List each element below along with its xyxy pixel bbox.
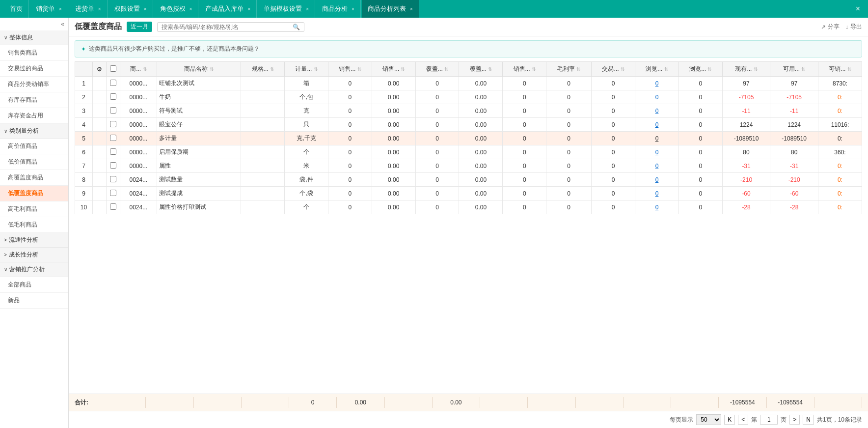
cell-name[interactable]: 旺铺批次测试	[157, 77, 241, 90]
tab-sales[interactable]: 销货单 ×	[30, 0, 68, 18]
cell-checkbox[interactable]	[107, 77, 120, 90]
sidebar-item-stock-goods[interactable]: 有库存商品	[0, 92, 68, 108]
sidebar-item-new-goods[interactable]: 新品	[0, 293, 68, 309]
col-sales3[interactable]: 销售... ⇅	[503, 62, 546, 77]
row-checkbox[interactable]	[110, 162, 116, 169]
row-checkbox[interactable]	[110, 148, 116, 155]
last-page-button[interactable]: N	[803, 415, 814, 425]
cell-name[interactable]: 多计量	[157, 132, 241, 145]
cell-name[interactable]: 属性价格打印测试	[157, 200, 241, 214]
sidebar-toggle-button[interactable]: «	[0, 18, 68, 30]
col-sales-qty[interactable]: 销售... ⇅	[328, 62, 372, 77]
sidebar-section-growth[interactable]: > 成长性分析	[0, 248, 68, 262]
cell-name[interactable]: 测试提成	[157, 187, 241, 200]
col-trade[interactable]: 交易... ⇅	[592, 62, 635, 77]
cell-browse1[interactable]: 0	[635, 118, 679, 132]
cell-browse1[interactable]: 0	[635, 77, 679, 90]
search-box[interactable]: 🔍	[157, 22, 304, 32]
tab-goods-analysis-list[interactable]: 商品分析列表 ×	[362, 0, 419, 18]
sidebar-item-all-goods[interactable]: 全部商品	[0, 277, 68, 293]
tab-goods-analysis-close[interactable]: ×	[352, 6, 354, 12]
row-checkbox[interactable]	[110, 107, 116, 114]
col-unit[interactable]: 计量... ⇅	[285, 62, 328, 77]
cell-browse1[interactable]: 0	[635, 132, 679, 145]
cell-name[interactable]: 测试数量	[157, 173, 241, 187]
col-saleable[interactable]: 可销... ⇅	[818, 62, 862, 77]
cell-checkbox[interactable]	[107, 132, 120, 145]
sidebar-section-overall[interactable]: ∨ 整体信息	[0, 30, 68, 45]
cell-browse1[interactable]: 0	[635, 173, 679, 187]
time-badge[interactable]: 近一月	[127, 22, 152, 32]
col-available[interactable]: 可用... ⇅	[770, 62, 818, 77]
sidebar-item-low-coverage[interactable]: 低覆盖度商品	[0, 186, 68, 201]
cell-checkbox[interactable]	[107, 145, 120, 159]
sidebar-item-high-value[interactable]: 高价值商品	[0, 139, 68, 154]
row-checkbox[interactable]	[110, 135, 116, 141]
cell-browse1[interactable]: 0	[635, 200, 679, 214]
col-cov2[interactable]: 覆盖... ⇅	[459, 62, 503, 77]
first-page-button[interactable]: K	[724, 415, 735, 425]
tab-product-storage[interactable]: 产成品入库单 ×	[199, 0, 257, 18]
tab-permissions-close[interactable]: ×	[144, 6, 147, 12]
sidebar-item-high-margin[interactable]: 高毛利商品	[0, 201, 68, 217]
cell-browse1[interactable]: 0	[635, 145, 679, 159]
search-icon[interactable]: 🔍	[293, 24, 300, 30]
col-margin[interactable]: 毛利率 ⇅	[546, 62, 592, 77]
next-page-button[interactable]: >	[789, 415, 800, 425]
sidebar-item-low-value[interactable]: 低价值商品	[0, 154, 68, 170]
sidebar-item-capital[interactable]: 库存资金占用	[0, 108, 68, 124]
cell-name[interactable]: 眼宝公仔	[157, 118, 241, 132]
window-close-button[interactable]: ×	[852, 2, 864, 15]
tab-purchase[interactable]: 进货单 ×	[69, 0, 108, 18]
cell-name[interactable]: 启用保质期	[157, 145, 241, 159]
tab-sales-close[interactable]: ×	[59, 6, 62, 12]
col-name[interactable]: 商品名称 ⇅	[157, 62, 241, 77]
cell-name[interactable]: 符号测试	[157, 104, 241, 118]
tab-roles[interactable]: 角色授权 ×	[154, 0, 199, 18]
select-all-checkbox[interactable]	[110, 65, 116, 72]
col-sales-amt[interactable]: 销售... ⇅	[372, 62, 415, 77]
row-checkbox[interactable]	[110, 121, 116, 127]
col-browse2[interactable]: 浏览... ⇅	[678, 62, 722, 77]
col-checkbox[interactable]	[107, 62, 120, 77]
prev-page-button[interactable]: <	[738, 415, 748, 425]
sidebar-item-traded-goods[interactable]: 交易过的商品	[0, 61, 68, 77]
col-browse1[interactable]: 浏览... ⇅	[635, 62, 679, 77]
cell-name[interactable]: 属性	[157, 159, 241, 173]
cell-checkbox[interactable]	[107, 200, 120, 214]
col-settings[interactable]: ⚙	[93, 62, 107, 77]
tab-home[interactable]: 首页	[4, 0, 29, 18]
col-spec[interactable]: 规格... ⇅	[241, 62, 285, 77]
row-checkbox[interactable]	[110, 80, 116, 86]
cell-checkbox[interactable]	[107, 187, 120, 200]
tab-goods-analysis[interactable]: 商品分析 ×	[316, 0, 361, 18]
tab-product-storage-close[interactable]: ×	[247, 6, 250, 12]
sidebar-section-sku[interactable]: ∨ 类别量分析	[0, 124, 68, 139]
page-size-select[interactable]: 50 100 200	[696, 414, 721, 425]
col-code[interactable]: 商... ⇅	[120, 62, 157, 77]
cell-name[interactable]: 牛奶	[157, 90, 241, 104]
cell-checkbox[interactable]	[107, 90, 120, 104]
tab-template-settings-close[interactable]: ×	[306, 6, 309, 12]
tab-template-settings[interactable]: 单据模板设置 ×	[258, 0, 315, 18]
cell-checkbox[interactable]	[107, 173, 120, 187]
row-checkbox[interactable]	[110, 176, 116, 182]
sidebar-item-sales-goods[interactable]: 销售类商品	[0, 45, 68, 61]
cell-checkbox[interactable]	[107, 159, 120, 173]
sidebar-section-flow[interactable]: > 流通性分析	[0, 233, 68, 248]
tab-goods-analysis-list-close[interactable]: ×	[410, 6, 413, 12]
cell-browse1[interactable]: 0	[635, 90, 679, 104]
sidebar-item-low-margin[interactable]: 低毛利商品	[0, 217, 68, 233]
export-button[interactable]: ↓ 导出	[845, 23, 862, 31]
cell-browse1[interactable]: 0	[635, 159, 679, 173]
sidebar-item-high-coverage[interactable]: 高覆盖度商品	[0, 170, 68, 186]
search-input[interactable]	[162, 24, 291, 30]
row-checkbox[interactable]	[110, 203, 116, 210]
cell-checkbox[interactable]	[107, 104, 120, 118]
tab-roles-close[interactable]: ×	[190, 6, 192, 12]
row-checkbox[interactable]	[110, 190, 116, 196]
cell-browse1[interactable]: 0	[635, 187, 679, 200]
col-cov1[interactable]: 覆盖... ⇅	[415, 62, 459, 77]
cell-browse1[interactable]: 0	[635, 104, 679, 118]
tab-purchase-close[interactable]: ×	[98, 6, 101, 12]
